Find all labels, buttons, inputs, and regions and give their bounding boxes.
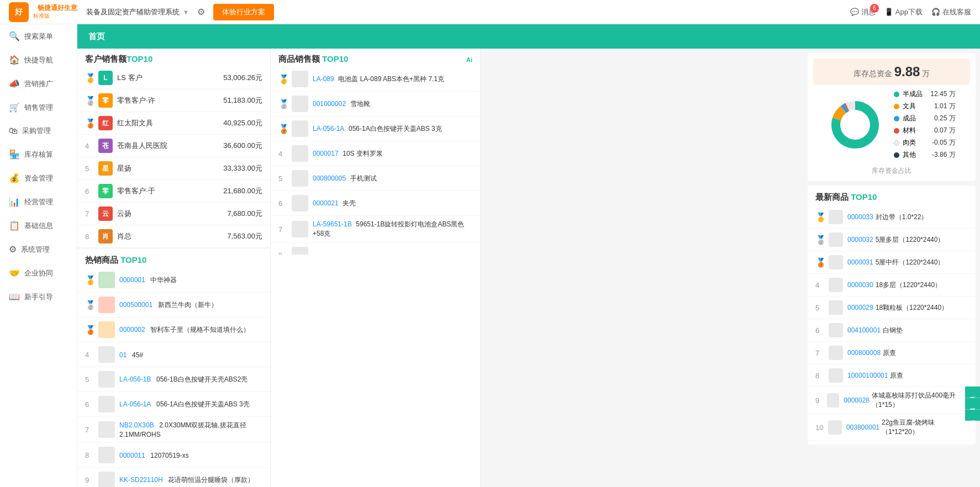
cs-live-button[interactable]: 直播 (965, 410, 980, 421)
customer-avatar-3: 红 (98, 116, 113, 130)
sidebar-item-marketing[interactable]: 📣 营销推广 (0, 72, 77, 96)
sidebar-label-system: 系统管理 (21, 245, 50, 255)
sidebar-item-search[interactable]: 🔍 搜索菜单 (0, 24, 77, 48)
customer-rank-5: 5 星 星扬 33,333.00元 (77, 157, 270, 180)
latest-code-7: 000800008 (847, 349, 881, 357)
legend-item-stationery: 文具 1.01 万 (894, 102, 955, 111)
headset-icon: 🎧 (931, 8, 940, 16)
latest-row-1: 🥇 0000033 封边带（1.0*22） (808, 206, 976, 229)
marketing-icon: 📣 (9, 78, 20, 89)
sidebar-label-guide: 新手引导 (24, 292, 53, 302)
legend-label-stationery: 文具 (903, 102, 916, 111)
sidebar-label-search: 搜索菜单 (24, 31, 53, 41)
trial-button[interactable]: 体验行业方案 (213, 4, 274, 20)
latest-row-7: 7 000800008 原查 (808, 342, 976, 364)
sidebar-item-system[interactable]: ⚙ 系统管理 (0, 237, 77, 261)
settings-icon[interactable]: ⚙ (193, 4, 209, 20)
customer-avatar-2: 零 (98, 93, 113, 108)
online-service-button[interactable]: 🎧 在线客服 (931, 7, 971, 17)
product-rank-3: 🥉 LA-056-1A 056-1A白色按键开关盖ABS 3克 (271, 117, 480, 141)
customer-avatar-7: 云 (98, 207, 113, 221)
prod-rank-8: 8 (278, 251, 292, 255)
customer-rank-2: 🥈 零 零售客户·许 51,183.00元 (77, 89, 270, 112)
customer-amount-3: 40,925.00元 (223, 118, 262, 128)
sales-icon: 🛒 (9, 102, 20, 113)
sidebar-label-marketing: 营销推广 (24, 79, 53, 89)
legend-label-other: 其他 (903, 150, 916, 160)
prod-rank-6: 6 (278, 199, 292, 208)
legend-dot-stationery (894, 104, 899, 109)
hot-product-info-2: 000500001 新西兰牛肉（新牛） (119, 300, 262, 310)
latest-img-9 (827, 393, 840, 407)
content-columns: 客户销售额TOP10 🥇 L LS 客户 53,006.26元 🥈 零 零售客户… (77, 49, 980, 487)
hot-product-7: 7 NB2.0X30B 2.0X30MM双搓花轴,搓花直径2.1MM/ROHS (77, 417, 270, 443)
customer-avatar-1: L (98, 71, 113, 85)
system-select[interactable]: 装备及固定资产辅助管理系统 ▼ (86, 7, 189, 17)
product-rank-5: 5 000800005 手机测试 (271, 166, 480, 191)
latest-row-9: 9 0000028 体城嘉枚味苏打饮品400毫升（1*15） (808, 387, 976, 414)
hot-product-1: 🥇 0000001 中华神器 (77, 268, 270, 293)
latest-products-title: 最新商品 TOP10 (808, 189, 976, 206)
latest-row-4: 4 0000030 18多层（1220*2440） (808, 274, 976, 297)
product-img-1 (292, 71, 308, 87)
customer-rank-8: 8 肖 肖总 7,563.00元 (77, 225, 270, 248)
sidebar-item-inventory[interactable]: 🏪 库存核算 (0, 142, 77, 166)
product-img-2 (292, 96, 308, 112)
hot-product-code-2: 000500001 (119, 301, 152, 309)
sidebar-item-collab[interactable]: 🤝 企业协同 (0, 261, 77, 285)
latest-row-3: 🥉 0000031 5厘中纤（1220*2440） (808, 251, 976, 274)
legend-val-material: 0.07 万 (930, 126, 956, 135)
sidebar-item-sales[interactable]: 🛒 销售管理 (0, 96, 77, 119)
latest-name-8: 原查 (890, 371, 903, 380)
product-name-5: 手机测试 (350, 174, 377, 182)
hot-product-name-4: 45# (132, 351, 143, 359)
product-ranking-link[interactable]: Ai (466, 56, 472, 63)
app-download-button[interactable]: 📱 App下载 (884, 7, 923, 17)
hot-product-img-9 (98, 472, 115, 487)
product-code-6: 0000021 (313, 199, 339, 207)
sidebar-item-guide[interactable]: 📖 新手引导 (0, 285, 77, 309)
latest-code-4: 0000030 (847, 281, 873, 289)
hot-products-title: 热销商品 TOP10 (77, 251, 270, 268)
sidebar-label-inventory: 库存核算 (24, 150, 53, 160)
customer-avatar-4: 苍 (98, 139, 113, 153)
sidebar-item-home[interactable]: 🏠 快捷导航 (0, 48, 77, 72)
latest-img-7 (829, 346, 843, 360)
hot-rank-9: 9 (85, 476, 98, 484)
product-name-4: 10S 变料罗浆 (343, 150, 383, 157)
hot-product-code-4: 01 (119, 351, 127, 359)
sidebar-item-operations[interactable]: 📊 经营管理 (0, 190, 77, 214)
product-info-5: 000800005 手机测试 (313, 174, 472, 183)
message-button[interactable]: 💬 消息 6 (850, 7, 876, 17)
inventory-unit: 万 (922, 69, 930, 78)
customer-rank-4: 4 苍 苍南县人民医院 36,600.00元 (77, 135, 270, 157)
hot-product-name-5: 056-1B白色按键开关壳ABS2壳 (156, 375, 247, 383)
product-info-7: LA-59651-1B 59651-1B旋转投影灯电池盒ABS黑色+58克 (313, 220, 472, 239)
sidebar-item-basics[interactable]: 📋 基础信息 (0, 214, 77, 237)
prod-medal-gold: 🥇 (278, 74, 289, 84)
sidebar-item-purchase[interactable]: 🛍 采购管理 (0, 119, 77, 142)
hot-product-info-7: NB2.0X30B 2.0X30MM双搓花轴,搓花直径2.1MM/ROHS (119, 421, 262, 438)
sidebar-item-finance[interactable]: 💰 资金管理 (0, 166, 77, 190)
product-rank-8: 8 (271, 243, 480, 255)
right-panel: 库存总资金 9.88 万 半成品 (803, 49, 980, 487)
hot-product-code-1: 0000001 (119, 276, 145, 284)
rank-num-5: 5 (85, 165, 98, 173)
customer-ranking-list: 🥇 L LS 客户 53,006.26元 🥈 零 零售客户·许 51,183.0… (77, 67, 270, 248)
latest-medal-gold: 🥇 (815, 212, 826, 223)
latest-rank-8: 8 (815, 372, 829, 380)
cs-community-button[interactable]: 服务社区 (965, 398, 980, 410)
hot-product-img-7 (98, 421, 115, 438)
customer-amount-8: 7,563.00元 (227, 231, 262, 241)
latest-medal-silver: 🥈 (815, 235, 826, 245)
medal-silver-icon: 🥈 (85, 96, 96, 106)
product-code-2: 001000002 (313, 100, 346, 108)
inventory-value: 9.88 (894, 64, 920, 79)
latest-name-2: 5厘多层（1220*2440） (876, 235, 945, 245)
legend-dot-material (894, 128, 899, 134)
hot-product-name-6: 056-1A白色按键开关盖ABS 3壳 (156, 400, 250, 408)
mobile-icon: 📱 (884, 8, 893, 16)
cs-hotline-button[interactable]: 客服热线 (965, 387, 980, 398)
product-info-3: LA-056-1A 056-1A白色按键开关盖ABS 3克 (313, 124, 472, 134)
latest-img-1 (829, 210, 843, 224)
